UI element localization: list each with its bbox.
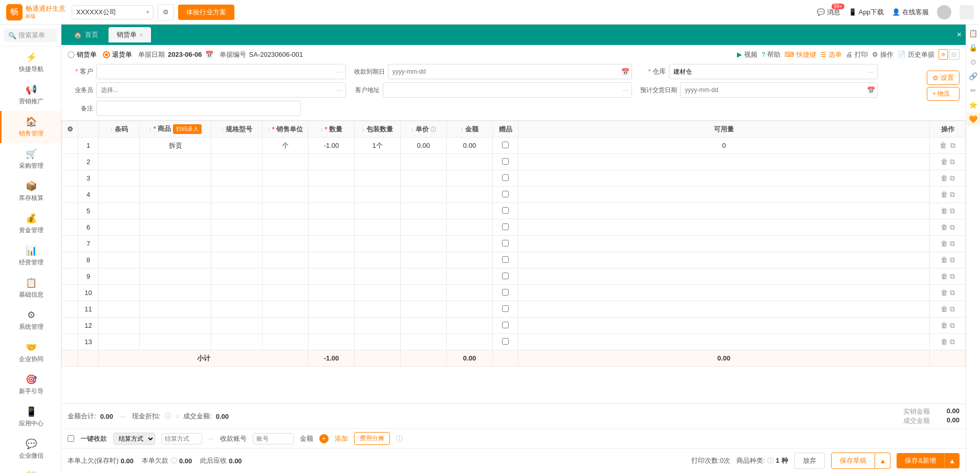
row-unit-price[interactable]: 0.00 [401,138,447,154]
user-settings-icon[interactable] [960,5,974,19]
salesperson-dots-btn[interactable]: ··· [335,86,343,94]
delete-icon[interactable]: 🗑 [941,272,948,280]
sidebar-item-inventory[interactable]: 📦 库存核算 [0,175,61,208]
copy-icon[interactable]: ⧉ [950,223,955,231]
save-draft-button[interactable]: 保存草稿 [831,453,875,469]
row-barcode[interactable] [99,154,140,170]
account-input[interactable] [253,433,294,444]
copy-icon[interactable]: ⧉ [950,272,955,280]
right-panel-icon-7[interactable]: 🧡 [967,112,980,126]
save-draft-dropdown[interactable]: ▲ [875,453,891,469]
copy-icon[interactable]: ⧉ [950,288,955,297]
payment-date-input[interactable]: 📅 [388,64,633,79]
sidebar-item-app-center[interactable]: 📱 应用中心 [0,401,61,433]
copy-icon[interactable]: ⧉ [950,337,955,346]
copy-icon[interactable]: ⧉ [950,174,955,182]
warehouse-input[interactable]: ··· [669,64,878,79]
save-new-dropdown[interactable]: ▲ [944,453,960,468]
delete-icon[interactable]: 🗑 [941,174,948,182]
delivery-date-input[interactable]: 📅 [680,82,878,98]
operations-action[interactable]: ⚙ 操作 [872,50,894,59]
tab-close-all[interactable]: × [957,30,962,39]
copy-icon[interactable]: ⧉ [950,239,955,247]
sidebar-item-members[interactable]: 👑 畅会员 [0,465,61,473]
messages-button[interactable]: 💬 消息 99+ [817,8,840,17]
delete-icon[interactable]: 🗑 [941,337,948,346]
warehouse-text-input[interactable] [673,68,866,75]
add-payment-button[interactable]: + [319,434,329,443]
sidebar-item-marketing[interactable]: 📢 营销推广 [0,79,61,111]
expense-split-button[interactable]: 费用分摊 [354,432,390,445]
sidebar-item-quick-nav[interactable]: ⚡ 快捷导航 [0,47,61,79]
row-barcode[interactable] [99,138,140,154]
row-spec[interactable] [211,138,263,154]
one-click-payment-checkbox[interactable] [68,435,74,442]
tab-home[interactable]: 🏠 首页 [66,27,106,42]
warehouse-dots-btn[interactable]: ··· [867,67,875,76]
right-panel-icon-6[interactable]: ⭐ [967,98,980,111]
delete-icon[interactable]: 🗑 [941,305,948,313]
settlement-method-select[interactable]: 结算方式 [113,433,155,445]
delivery-calendar-icon[interactable]: 📅 [867,86,875,94]
radio-return-order[interactable]: 退货单 [103,50,132,59]
customer-dots-btn[interactable]: ··· [335,67,343,76]
user-avatar[interactable] [937,5,951,19]
right-panel-icon-3[interactable]: ⊙ [967,55,980,69]
copy-icon[interactable]: ⧉ [950,256,955,264]
tab-close-icon[interactable]: × [140,32,143,38]
select-action[interactable]: ☰ 选单 [820,50,842,59]
payment-date-text-input[interactable] [393,68,622,75]
sidebar-item-sales[interactable]: 🏠 销售管理 [0,111,61,143]
sidebar-item-purchase[interactable]: 🛒 采购管理 [0,143,61,175]
shortcuts-action[interactable]: ⌨ 快捷键 [785,50,816,59]
form-settings-button[interactable]: ⚙ 设置 [927,71,960,85]
radio-sales-order[interactable]: 销货单 [68,50,97,59]
remarks-text-input[interactable] [101,105,298,112]
copy-icon[interactable]: ⧉ [950,305,955,313]
settings-button[interactable]: ⚙ [158,4,174,20]
delete-icon[interactable]: 🗑 [941,207,948,215]
delivery-date-text-input[interactable] [685,86,867,94]
view-list-icon[interactable]: ≡ [939,49,948,60]
copy-icon[interactable]: ⧉ [950,207,955,215]
copy-icon[interactable]: ⧉ [950,190,955,198]
settlement-input[interactable] [161,433,202,444]
sidebar-item-system[interactable]: ⚙ 系统管理 [0,304,61,336]
sidebar-item-finance[interactable]: 💰 资金管理 [0,208,61,240]
row-product[interactable]: 拆贡 [140,138,211,154]
customer-address-input[interactable]: ··· [383,82,633,98]
discard-button[interactable]: 放弃 [794,453,825,469]
row-pkg-qty[interactable]: 1个 [355,138,401,154]
copy-row-icon[interactable]: ⧉ [950,141,955,149]
salesperson-text-input[interactable] [101,86,334,94]
history-action[interactable]: 📄 历史单据 [898,50,934,59]
customer-input[interactable]: ··· [96,64,346,79]
view-grid-icon[interactable]: ⊞ [949,49,960,60]
app-download-button[interactable]: 📱 App下载 [848,8,884,17]
scan-button[interactable]: 扫码录入 [173,124,202,134]
salesperson-input[interactable]: ··· [96,82,346,98]
right-panel-icon-5[interactable]: ✏ [967,84,980,97]
delete-icon[interactable]: 🗑 [941,157,948,166]
delete-icon[interactable]: 🗑 [941,223,948,231]
row-amount[interactable]: 0.00 [447,138,493,154]
video-action[interactable]: ▶ 视频 [737,50,757,59]
sidebar-item-operations[interactable]: 📊 经营管理 [0,240,61,272]
trial-button[interactable]: 体验行业方案 [178,5,234,20]
delete-icon[interactable]: 🗑 [941,288,948,297]
company-selector[interactable]: XXXXXX公司 ▾ [72,5,154,19]
copy-icon[interactable]: ⧉ [950,321,955,329]
payment-calendar-icon[interactable]: 📅 [621,68,629,76]
sidebar-item-enterprise[interactable]: 🤝 企业协同 [0,336,61,369]
copy-icon[interactable]: ⧉ [950,157,955,166]
delete-icon[interactable]: 🗑 [941,239,948,247]
right-panel-icon-1[interactable]: 📋 [967,27,980,40]
online-service-button[interactable]: 👤 在线客服 [892,8,929,17]
help-action[interactable]: ? 帮助 [761,50,780,59]
delete-row-icon[interactable]: 🗑 [940,141,947,149]
th-settings[interactable]: ⚙ [62,121,78,138]
delete-icon[interactable]: 🗑 [941,321,948,329]
row-quantity[interactable]: -1.00 [309,138,355,154]
logistics-button[interactable]: + 物流 [927,87,960,101]
customer-address-text-input[interactable] [387,86,621,94]
